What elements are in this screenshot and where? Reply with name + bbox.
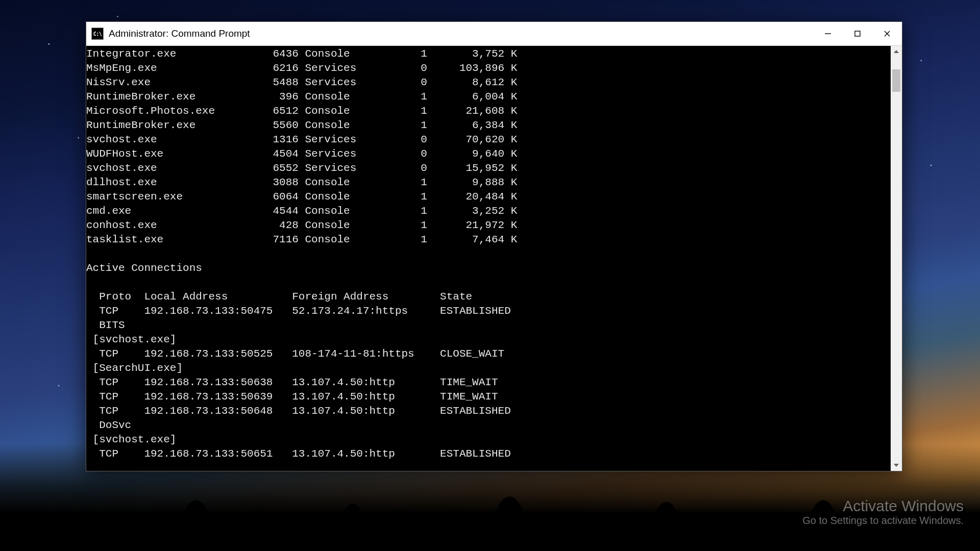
command-prompt-window: C:\ Administrator: Command Prompt Integr… bbox=[86, 21, 902, 471]
close-icon bbox=[884, 30, 891, 37]
minimize-button[interactable] bbox=[813, 22, 843, 45]
console-output[interactable]: Integrator.exe 6436 Console 1 3,752 K Ms… bbox=[86, 46, 891, 471]
titlebar[interactable]: C:\ Administrator: Command Prompt bbox=[86, 22, 902, 46]
svg-marker-5 bbox=[894, 464, 899, 467]
command-prompt-icon: C:\ bbox=[91, 28, 104, 40]
scroll-up-button[interactable] bbox=[891, 46, 902, 57]
minimize-icon bbox=[824, 30, 831, 37]
scrollbar-thumb[interactable] bbox=[892, 69, 900, 92]
chevron-down-icon bbox=[893, 462, 899, 468]
close-button[interactable] bbox=[872, 22, 902, 45]
scroll-down-button[interactable] bbox=[891, 460, 902, 471]
svg-marker-4 bbox=[894, 50, 899, 53]
chevron-up-icon bbox=[893, 48, 899, 55]
maximize-button[interactable] bbox=[843, 22, 872, 45]
window-title: Administrator: Command Prompt bbox=[109, 28, 250, 39]
maximize-icon bbox=[854, 30, 861, 37]
vertical-scrollbar[interactable] bbox=[891, 46, 902, 471]
window-client-area: Integrator.exe 6436 Console 1 3,752 K Ms… bbox=[86, 46, 902, 471]
svg-rect-1 bbox=[855, 31, 860, 36]
scrollbar-track[interactable] bbox=[891, 57, 902, 460]
